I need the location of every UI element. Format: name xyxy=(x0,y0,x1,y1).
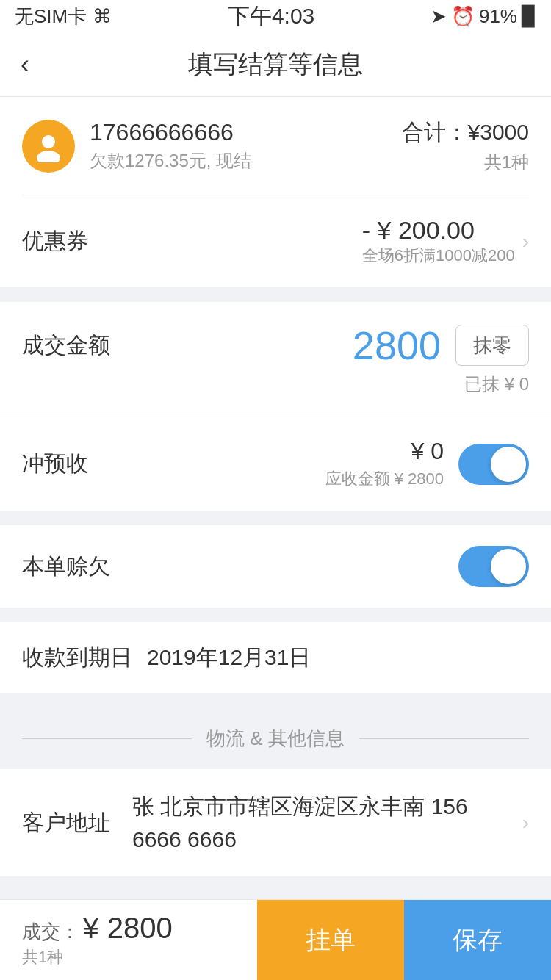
location-icon: ➤ xyxy=(431,5,447,28)
amount-right: 2800 抹零 xyxy=(353,323,529,368)
svg-point-1 xyxy=(37,151,60,162)
bottom-count: 共1种 xyxy=(22,946,235,968)
carrier-text: 无SIM卡 xyxy=(15,4,87,29)
content: 17666666666 欠款1276.35元, 现结 合计：¥3000 共1种 … xyxy=(0,97,551,980)
due-date-row: 收款到期日 2019年12月31日 xyxy=(22,643,529,673)
amount-sub: 已抹 ¥ 0 xyxy=(22,372,529,396)
bottom-title: 成交： xyxy=(22,920,79,943)
toggle-knob xyxy=(491,447,526,482)
alarm-icon: ⏰ xyxy=(451,5,475,28)
customer-row: 17666666666 欠款1276.35元, 现结 合计：¥3000 共1种 xyxy=(0,97,551,195)
status-bar: 无SIM卡 ⌘ 下午4:03 ➤ ⏰ 91% ▉ xyxy=(0,0,551,32)
precollect-row: 冲预收 ¥ 0 应收金额 ¥ 2800 xyxy=(22,438,529,490)
round-zero-button[interactable]: 抹零 xyxy=(455,325,529,366)
address-value: 张 北京市市辖区海淀区永丰南 156 6666 6666 xyxy=(132,790,522,856)
status-left: 无SIM卡 ⌘ xyxy=(15,4,112,29)
total-count: 共1种 xyxy=(402,151,529,174)
hang-button[interactable]: 挂单 xyxy=(257,900,404,981)
svg-point-0 xyxy=(42,135,55,148)
debt-section: 本单赊欠 xyxy=(0,525,551,608)
debt-label: 本单赊欠 xyxy=(22,552,110,582)
wifi-icon: ⌘ xyxy=(93,5,112,28)
chevron-right-icon: › xyxy=(522,230,529,253)
customer-right: 合计：¥3000 共1种 xyxy=(402,118,529,174)
precollect-toggle[interactable] xyxy=(458,444,529,485)
amount-card: 成交金额 2800 抹零 已抹 ¥ 0 冲预收 ¥ 0 应收金额 ¥ 2800 xyxy=(0,302,551,511)
bottom-bar: 成交： ¥ 2800 共1种 挂单 保存 xyxy=(0,899,551,980)
divider-bar-right xyxy=(359,738,529,739)
save-button[interactable]: 保存 xyxy=(404,900,551,981)
bottom-amount: ¥ 2800 xyxy=(82,912,172,944)
due-date-value: 2019年12月31日 xyxy=(147,643,311,673)
battery-text: 91% xyxy=(479,5,517,28)
precollect-value: ¥ 0 xyxy=(325,438,444,465)
address-label: 客户地址 xyxy=(22,808,110,838)
customer-phone: 17666666666 xyxy=(90,119,251,146)
amount-value: 2800 xyxy=(353,323,441,368)
page-title: 填写结算等信息 xyxy=(188,48,363,82)
address-section[interactable]: 客户地址 张 北京市市辖区海淀区永丰南 156 6666 6666 › xyxy=(0,769,551,876)
coupon-desc: 全场6折满1000减200 xyxy=(362,245,515,267)
debt-toggle[interactable] xyxy=(458,546,529,587)
due-date-label: 收款到期日 xyxy=(22,643,132,673)
customer-left: 17666666666 欠款1276.35元, 现结 xyxy=(22,119,251,173)
coupon-label: 优惠券 xyxy=(22,226,88,256)
status-right: ➤ ⏰ 91% ▉ xyxy=(431,5,536,28)
toggle-knob-debt xyxy=(491,549,526,584)
back-button[interactable]: ‹ xyxy=(21,49,29,80)
bottom-title-row: 成交： ¥ 2800 xyxy=(22,912,235,945)
address-chevron-icon: › xyxy=(522,811,529,835)
address-row: 客户地址 张 北京市市辖区海淀区永丰南 156 6666 6666 › xyxy=(22,790,529,856)
divider-bar-left xyxy=(22,738,192,739)
coupon-discount: - ¥ 200.00 xyxy=(362,216,515,245)
amount-section: 成交金额 2800 抹零 已抹 ¥ 0 xyxy=(0,302,551,417)
total-amount: 合计：¥3000 xyxy=(402,118,529,148)
divider-text: 物流 & 其他信息 xyxy=(206,726,345,752)
precollect-right: ¥ 0 应收金额 ¥ 2800 xyxy=(325,438,529,490)
section-divider: 物流 & 其他信息 xyxy=(0,708,551,769)
status-time: 下午4:03 xyxy=(228,1,314,32)
precollect-amount: ¥ 0 应收金额 ¥ 2800 xyxy=(325,438,444,490)
customer-card: 17666666666 欠款1276.35元, 现结 合计：¥3000 共1种 … xyxy=(0,97,551,287)
avatar xyxy=(22,120,75,173)
customer-sub: 欠款1276.35元, 现结 xyxy=(90,149,251,173)
nav-bar: ‹ 填写结算等信息 xyxy=(0,32,551,97)
coupon-row[interactable]: 优惠券 - ¥ 200.00 全场6折满1000减200 › xyxy=(0,195,551,287)
precollect-label: 冲预收 xyxy=(22,449,88,479)
coupon-right: - ¥ 200.00 全场6折满1000减200 › xyxy=(362,216,529,267)
precollect-sub: 应收金额 ¥ 2800 xyxy=(325,468,444,490)
bottom-summary: 成交： ¥ 2800 共1种 xyxy=(0,912,257,968)
customer-info: 17666666666 欠款1276.35元, 现结 xyxy=(90,119,251,173)
amount-label: 成交金额 xyxy=(22,331,110,361)
due-date-section: 收款到期日 2019年12月31日 xyxy=(0,622,551,693)
amount-row: 成交金额 2800 抹零 xyxy=(22,323,529,368)
precollect-section: 冲预收 ¥ 0 应收金额 ¥ 2800 xyxy=(0,417,551,511)
battery-icon: ▉ xyxy=(522,5,536,28)
